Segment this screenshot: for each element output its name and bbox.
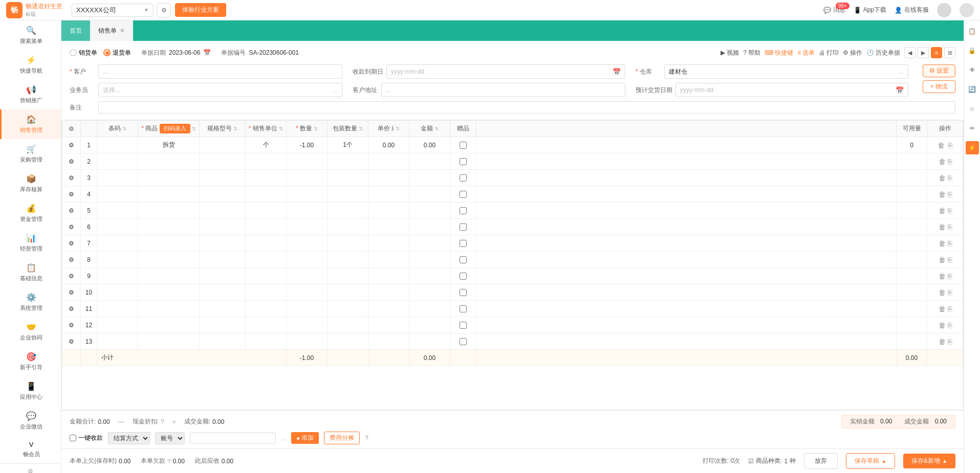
- sidebar-item-member[interactable]: V 畅会员: [0, 436, 61, 463]
- customer-input[interactable]: ...: [98, 64, 342, 79]
- table-row: ⚙ 1 拆货 个 -1.00 1个 0.00 0.00: [62, 137, 963, 153]
- operate-btn[interactable]: ⚙ 操作: [843, 49, 862, 57]
- fees-button[interactable]: 费用分摊: [324, 432, 360, 444]
- sidebar-settings-button[interactable]: ⚙: [0, 464, 61, 473]
- sidebar-item-guide[interactable]: 🎯 新手引导: [0, 347, 61, 376]
- sidebar-item-appstore[interactable]: 📱 应用中心: [0, 376, 61, 406]
- th-settings[interactable]: ⚙: [62, 121, 81, 137]
- scan-button[interactable]: 扫码录入: [160, 124, 190, 133]
- tab-close-icon[interactable]: ✕: [120, 27, 125, 34]
- gift-checkbox-1[interactable]: [460, 142, 467, 149]
- sidebar-item-ops[interactable]: 📊 经营管理: [0, 228, 61, 258]
- row-gift-1[interactable]: [450, 137, 476, 153]
- pager-list[interactable]: ⊞: [944, 47, 955, 58]
- delete-icon-2[interactable]: 🗑: [939, 157, 946, 166]
- logistics-button[interactable]: + 物流: [923, 80, 955, 93]
- company-selector[interactable]: XXXXXX公司 ▼: [72, 4, 154, 17]
- fees-info-icon[interactable]: ?: [365, 435, 368, 442]
- row-barcode-1[interactable]: [97, 137, 138, 153]
- tabs-bar: 首页 销售单 ✕: [61, 20, 964, 41]
- video-btn[interactable]: ▶ 视频: [721, 49, 739, 57]
- radio-return[interactable]: 退货单: [103, 49, 131, 57]
- message-button[interactable]: 💬 消息 99+: [823, 6, 845, 14]
- top-settings-button[interactable]: ⚙: [157, 3, 171, 17]
- add-payment-button[interactable]: ● 添加: [291, 432, 319, 444]
- print-btn[interactable]: 🖨 打印: [819, 49, 839, 57]
- sidebar: 🔍 搜索菜单 ⚡ 快捷导航 📢 营销推广 🏠 销售管理 🛒 采购管理 📦 库存核…: [0, 20, 61, 473]
- copy-icon-2[interactable]: ⎘: [948, 157, 952, 166]
- actual-amount-item: 实销金额 0.00: [850, 417, 892, 426]
- warehouse-input[interactable]: 建材仓 ...: [664, 64, 908, 79]
- sidebar-item-wechat[interactable]: 💬 企业微信: [0, 406, 61, 436]
- one-click-payment-check[interactable]: [70, 435, 76, 441]
- pager-grid[interactable]: ≡: [931, 47, 942, 58]
- rs-star-icon[interactable]: ☆: [966, 102, 979, 116]
- sidebar-item-purchase[interactable]: 🛒 采购管理: [0, 139, 61, 169]
- radio-return-circle: [103, 49, 111, 56]
- sidebar-item-inventory[interactable]: 📦 库存核算: [0, 169, 61, 198]
- discard-button[interactable]: 放弃: [804, 453, 838, 469]
- app-download-button[interactable]: 📱 App下载: [854, 6, 886, 14]
- payment-method-select[interactable]: 结算方式: [108, 432, 150, 444]
- row-qty-1[interactable]: -1.00: [287, 137, 328, 153]
- gift-checkbox-2[interactable]: [460, 158, 467, 165]
- help-btn[interactable]: ? 帮助: [743, 49, 760, 57]
- content-area: 首页 销售单 ✕ 销货单: [61, 20, 964, 473]
- arrears-info-icon[interactable]: ?: [167, 458, 170, 464]
- row-unit-1[interactable]: 个: [246, 137, 287, 153]
- row-pack-qty-1[interactable]: 1个: [328, 137, 368, 153]
- row-price-1[interactable]: 0.00: [368, 137, 409, 153]
- delete-icon-1[interactable]: 🗑: [938, 141, 945, 149]
- sidebar-item-basic[interactable]: 📋 基础信息: [0, 258, 61, 287]
- sidebar-item-finance[interactable]: 💰 资金管理: [0, 198, 61, 228]
- appstore-icon: 📱: [26, 381, 36, 391]
- salesperson-input[interactable]: 选择... ...: [98, 83, 342, 97]
- pager-next[interactable]: ▶: [918, 47, 929, 58]
- amount-input[interactable]: [190, 433, 276, 444]
- one-click-payment-checkbox[interactable]: 一键收款: [70, 434, 103, 442]
- sidebar-item-marketing[interactable]: 📢 营销推广: [0, 80, 61, 109]
- save-draft-button[interactable]: 保存草稿 ▲: [846, 453, 895, 469]
- sidebar-item-sales[interactable]: 🏠 销售管理: [0, 109, 61, 139]
- account-select[interactable]: 账号: [155, 432, 185, 444]
- sidebar-item-quick-nav[interactable]: ⚡ 快捷导航: [0, 50, 61, 80]
- calendar-icon[interactable]: 📅: [203, 49, 211, 56]
- amount-total-item: 金额合计: 0.00: [70, 417, 110, 426]
- tab-sales-order[interactable]: 销售单 ✕: [90, 20, 133, 41]
- rs-lock-icon[interactable]: 🔒: [966, 44, 979, 57]
- row-goods-1[interactable]: 拆货: [138, 137, 200, 153]
- sidebar-item-search[interactable]: 🔍 搜索菜单: [0, 20, 61, 50]
- online-service-button[interactable]: 👤 在线客服: [895, 6, 929, 14]
- subtotal-row: 小计 -1.00 0.00 0.00: [62, 350, 963, 366]
- expected-date-input[interactable]: yyyy-mm-dd 📅: [676, 83, 908, 97]
- footer-right: 打印次数: 0次 ☑ 商品种类: 1 种 放弃 保存草稿 ▲: [703, 453, 955, 469]
- rs-refresh-icon[interactable]: 🔄: [966, 83, 979, 96]
- setting-button[interactable]: ⚙ 设置: [923, 64, 955, 77]
- payment-date-input[interactable]: yyyy-mm-dd 📅: [386, 64, 625, 79]
- select-btn[interactable]: ≡ 选单: [797, 49, 815, 57]
- row-amount-1[interactable]: 0.00: [409, 137, 450, 153]
- rs-orange-icon[interactable]: ⚡: [966, 141, 979, 154]
- goods-type-checkbox[interactable]: ☑: [748, 458, 754, 465]
- rs-clipboard-icon[interactable]: 📋: [966, 25, 979, 38]
- address-input[interactable]: ...: [381, 83, 625, 97]
- rs-eye-icon[interactable]: 👁: [966, 63, 979, 77]
- shortcut-btn[interactable]: ⌨ 快捷键: [765, 49, 793, 57]
- discount-info-icon[interactable]: ?: [161, 418, 164, 425]
- experience-button[interactable]: 体验行业方案: [175, 3, 226, 17]
- sidebar-item-system[interactable]: ⚙️ 系统管理: [0, 287, 61, 317]
- tab-home[interactable]: 首页: [61, 20, 90, 41]
- row-spec-1[interactable]: [200, 137, 246, 153]
- copy-icon-1[interactable]: ⎘: [948, 141, 952, 149]
- table-row: ⚙4🗑⎘: [62, 186, 963, 202]
- user-avatar-2[interactable]: [960, 3, 974, 17]
- remark-input[interactable]: [98, 101, 955, 114]
- history-btn[interactable]: 🕐 历史单据: [866, 49, 900, 57]
- radio-sales[interactable]: 销货单: [70, 49, 97, 57]
- pager-prev[interactable]: ◀: [904, 47, 916, 58]
- rs-edit-icon[interactable]: ✏: [966, 122, 979, 135]
- sidebar-item-enterprise[interactable]: 🤝 企业协同: [0, 317, 61, 347]
- save-new-button[interactable]: 保存&新增 ▲: [903, 454, 955, 468]
- user-avatar[interactable]: [937, 3, 951, 17]
- price-info-icon[interactable]: ℹ: [391, 125, 394, 132]
